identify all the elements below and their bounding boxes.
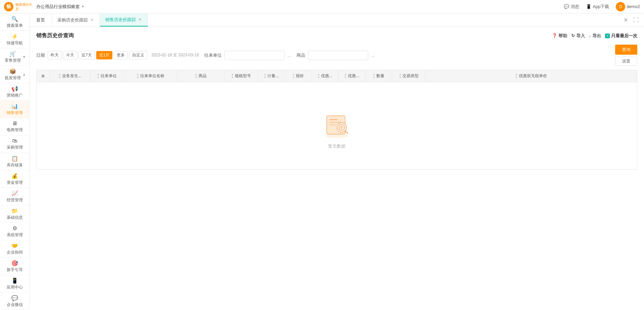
sidebar-item-inventory[interactable]: 📋 库存核算 [0, 153, 29, 170]
sidebar-label-basic-info: 基础信息 [7, 215, 23, 220]
sidebar-item-ecommerce[interactable]: 🖥 电商管理 [0, 118, 29, 136]
th-price[interactable]: ▲ ▼ 报价 [285, 70, 312, 82]
th-discount2[interactable]: ▲ ▼ 优惠... [338, 70, 365, 82]
partner-filter-label: 往来单位 [204, 52, 222, 58]
sidebar-item-purchase[interactable]: 🛍 采购管理 [0, 136, 29, 153]
sort-arrows-spec: ▲ ▼ [231, 73, 234, 79]
tab-home[interactable]: 首页 [30, 13, 52, 27]
tab-sales-history-label: 销售历史价跟踪 [105, 17, 136, 23]
user-menu-button[interactable]: D demo2 [616, 2, 640, 11]
partner-dots-icon[interactable]: ... [287, 53, 291, 58]
logo-area: 畅 畅捷通好生意 [4, 2, 34, 11]
export-button[interactable]: ↓ 导出 [589, 33, 601, 39]
sidebar-item-finance[interactable]: 💰 资金管理 [0, 170, 29, 188]
th-notax-price-label: 优惠前无税单价 [519, 73, 547, 79]
help-label: 帮助 [558, 33, 567, 39]
tab-bar: 首页 采购历史价跟踪 ✕ 销售历史价跟踪 ✕ ✕ ⛶ [30, 13, 644, 27]
only-last-checkbox[interactable]: ✓ 只看最后一次 [605, 33, 637, 39]
th-trade-type-label: 交易类型 [402, 73, 419, 79]
sidebar-label-guide: 新手引导 [7, 267, 23, 273]
sidebar-item-guide[interactable]: 🎯 新手引导 [0, 258, 29, 275]
avatar: D [616, 2, 625, 11]
filter-area: 日期 昨天 今天 近7天 近1月 更多 自定义 2023-02-18 至 202… [36, 45, 637, 66]
date-filter-group: 日期 昨天 今天 近7天 近1月 更多 自定义 2023-02-18 至 202… [36, 51, 199, 59]
sidebar-item-operations[interactable]: 📈 经营管理 [0, 188, 29, 205]
th-spec[interactable]: ▲ ▼ 规格型号 [224, 70, 258, 82]
sidebar-item-cooperation[interactable]: 🤝 企业协同 [0, 240, 29, 258]
goods-dots-icon[interactable]: ... [371, 53, 375, 58]
app-download-label: App下载 [593, 4, 609, 10]
app-download-icon: 📱 [586, 4, 591, 9]
dropdown-arrow-icon: ▼ [81, 5, 85, 8]
date-btn-last1m[interactable]: 近1月 [96, 51, 113, 59]
th-date[interactable]: ▲ ▼ 业务发生... [50, 70, 90, 82]
th-measure[interactable]: ▲ ▼ 计量... [258, 70, 285, 82]
th-trade-type[interactable]: ▲ ▼ 交易类型 [392, 70, 426, 82]
empty-svg-icon: ? [320, 109, 354, 139]
date-btn-custom[interactable]: 自定义 [129, 51, 147, 59]
sidebar-item-wechat[interactable]: 💬 企业微信 [0, 293, 29, 310]
sidebar-label-retail: 零售管理 [5, 58, 21, 63]
th-goods[interactable]: ▲ ▼ 商品 [177, 70, 224, 82]
goods-filter-group: 商品 ... [297, 51, 375, 60]
sidebar-item-sales-mgmt[interactable]: 📊 销售管理 [0, 101, 29, 118]
tab-sales-history[interactable]: 销售历史价跟踪 ✕ [100, 13, 148, 27]
sort-arrows-unit-name: ▲ ▼ [137, 73, 139, 79]
tab-expand-button[interactable]: ⛶ [632, 16, 640, 24]
goods-input[interactable] [308, 51, 368, 60]
search-icon: 🔍 [11, 16, 18, 22]
sidebar-item-retail[interactable]: 🛒 零售管理 ▼ [0, 48, 29, 66]
checkbox-checked-icon: ✓ [605, 34, 610, 38]
help-button[interactable]: ❓ 帮助 [552, 33, 567, 39]
settings-button[interactable]: 设置 [615, 57, 637, 66]
operations-icon: 📈 [11, 190, 18, 197]
purchase-icon: 🛍 [12, 138, 17, 144]
date-btn-yesterday[interactable]: 昨天 [48, 51, 62, 59]
th-unit[interactable]: ▲ ▼ 往来单位 [90, 70, 124, 82]
sidebar-item-marketing[interactable]: 📢 营销推广 [0, 83, 29, 101]
import-button[interactable]: ↻ 导入 [571, 33, 585, 39]
sidebar-item-quick-nav[interactable]: ⚡ 快捷导航 [0, 31, 29, 48]
import-label: 导入 [576, 33, 585, 39]
logo-text: 畅捷通好生意 [15, 2, 34, 11]
sidebar: 🔍 搜索菜单 ⚡ 快捷导航 🛒 零售管理 ▼ 📦 批发管理 ▲ 📢 营销推广 [0, 13, 30, 310]
svg-point-0 [325, 134, 348, 138]
empty-text: 暂无数据 [328, 143, 345, 149]
date-btn-today[interactable]: 今天 [63, 51, 77, 59]
query-button[interactable]: 查询 [615, 45, 637, 55]
th-settings[interactable]: ⚙ [37, 70, 50, 82]
sidebar-item-wholesale[interactable]: 📦 批发管理 ▲ [0, 66, 29, 83]
sidebar-label-wechat: 企业微信 [7, 302, 23, 308]
tab-purchase-history-label: 采购历史价跟踪 [57, 17, 88, 23]
tab-sales-history-close[interactable]: ✕ [138, 17, 142, 22]
message-icon: 💬 [564, 4, 569, 9]
date-btn-last7[interactable]: 近7天 [78, 51, 95, 59]
app-download-button[interactable]: 📱 App下载 [586, 4, 609, 10]
tab-close-all-button[interactable]: ✕ [622, 15, 629, 24]
tab-purchase-history-close[interactable]: ✕ [90, 17, 94, 23]
sidebar-label-wholesale: 批发管理 [5, 75, 21, 81]
sidebar-item-app-center[interactable]: 📱 应用中心 [0, 275, 29, 293]
sidebar-item-search[interactable]: 🔍 搜索菜单 [0, 13, 29, 31]
tab-purchase-history[interactable]: 采购历史价跟踪 ✕ [52, 13, 100, 27]
page-title-actions: ❓ 帮助 ↻ 导入 ↓ 导出 ✓ 只看最后一次 [552, 33, 638, 39]
sidebar-item-basic-info[interactable]: 📁 基础信息 [0, 205, 29, 223]
sidebar-item-system[interactable]: ⚙ 系统管理 [0, 223, 29, 240]
help-icon: ❓ [552, 33, 557, 38]
only-last-label: 只看最后一次 [611, 33, 637, 39]
app-title-dropdown[interactable]: 办公用品行业模拟账套 ▼ [34, 4, 564, 10]
message-button[interactable]: 💬 消息 [564, 4, 579, 10]
partner-input[interactable] [224, 51, 285, 60]
content-area: 首页 采购历史价跟踪 ✕ 销售历史价跟踪 ✕ ✕ ⛶ 销售历史价查询 [30, 13, 644, 310]
th-discount1[interactable]: ▲ ▼ 优惠... [312, 70, 338, 82]
date-btn-more[interactable]: 更多 [114, 51, 128, 59]
th-unit-name[interactable]: ▲ ▼ 往来单位名称 [124, 70, 177, 82]
sort-arrows-unit: ▲ ▼ [97, 73, 100, 79]
th-notax-price[interactable]: ▲ ▼ 优惠前无税单价 [426, 70, 637, 82]
th-unit-name-label: 往来单位名称 [140, 73, 164, 79]
svg-rect-4 [329, 122, 341, 123]
retail-icon: 🛒 [9, 51, 16, 57]
page-content: 销售历史价查询 ❓ 帮助 ↻ 导入 ↓ 导出 [30, 27, 644, 310]
wechat-icon: 💬 [11, 295, 18, 301]
th-qty[interactable]: ▲ ▼ 数量 [365, 70, 392, 82]
